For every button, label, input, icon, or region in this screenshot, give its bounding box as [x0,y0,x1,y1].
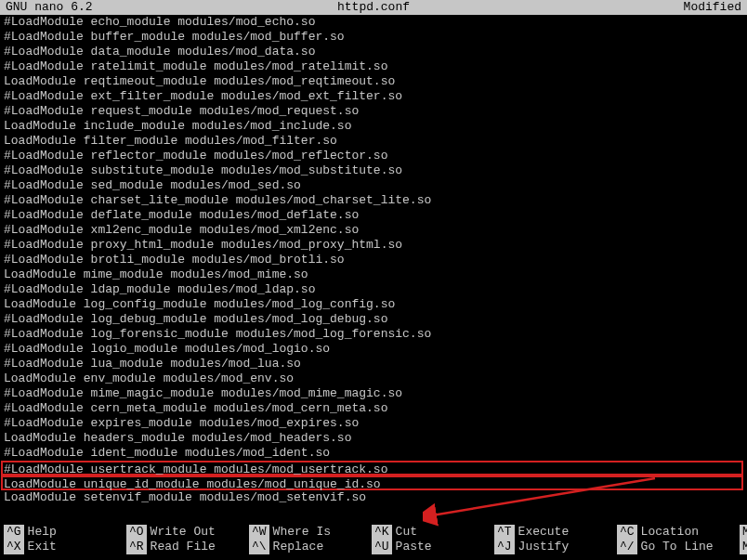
shortcut-key: ^K [372,525,392,540]
editor-line: #LoadModule proxy_html_module modules/mo… [4,238,743,253]
shortcut-item: ^CLocation [617,525,740,540]
editor-line: #LoadModule sed_module modules/mod_sed.s… [4,178,743,193]
editor-line: #LoadModule reflector_module modules/mod… [4,149,743,163]
shortcut-label: Write Out [147,525,216,540]
editor-line: LoadModule mime_module modules/mod_mime.… [4,267,743,282]
shortcut-item: M-UUndo [740,525,747,540]
shortcut-label: Location [637,525,699,540]
editor-line: #LoadModule xml2enc_module modules/mod_x… [4,223,743,238]
shortcut-key: ^T [494,525,515,540]
app-name: GNU nano 6.2 [6,0,93,15]
shortcut-key: ^X [4,540,24,554]
shortcut-label: Help [24,525,57,540]
editor-line: LoadModule log_config_module modules/mod… [4,297,743,312]
editor-line: LoadModule filter_module modules/mod_fil… [4,134,743,149]
shortcut-label: Execute [515,525,570,540]
editor-line: #LoadModule brotli_module modules/mod_br… [4,253,743,267]
shortcut-item: ^KCut [372,525,494,540]
editor-line: #LoadModule charset_lite_module modules/… [4,193,743,208]
editor-line: #LoadModule logio_module modules/mod_log… [4,342,743,357]
shortcut-item: ^\Replace [249,540,372,554]
editor-line: #LoadModule mime_magic_module modules/mo… [4,386,743,401]
modified-status: Modified [684,0,741,15]
editor-line: #LoadModule ext_filter_module modules/mo… [4,89,743,104]
shortcut-key: M-E [740,540,747,554]
shortcut-item: ^OWrite Out [126,525,249,540]
editor-line: #LoadModule deflate_module modules/mod_d… [4,208,743,223]
shortcut-key: ^U [372,540,392,554]
shortcut-key: ^O [126,525,147,540]
shortcut-label: Go To Line [637,540,714,554]
editor-line: #LoadModule buffer_module modules/mod_bu… [4,30,743,45]
editor-line: LoadModule env_module modules/mod_env.so [4,371,743,386]
editor-line: LoadModule reqtimeout_module modules/mod… [4,74,743,89]
shortcut-label: Where Is [269,525,331,540]
editor-line: #LoadModule ident_module modules/mod_ide… [4,446,743,461]
editor-line: #LoadModule echo_module modules/mod_echo… [4,15,743,30]
shortcut-label: Cut [392,525,417,540]
editor-line: #LoadModule cern_meta_module modules/mod… [4,401,743,416]
editor-line: #LoadModule substitute_module modules/mo… [4,163,743,178]
shortcut-key: ^/ [617,540,637,554]
editor-line: #LoadModule expires_module modules/mod_e… [4,416,743,431]
shortcut-key: ^W [249,525,269,540]
editor-line: #LoadModule log_debug_module modules/mod… [4,312,743,327]
shortcut-item: ^JJustify [494,540,617,554]
shortcut-label: Paste [392,540,432,554]
shortcut-key: ^\ [249,540,269,554]
editor-line: #LoadModule data_module modules/mod_data… [4,45,743,59]
shortcut-item: ^UPaste [372,540,494,554]
shortcut-label: Replace [269,540,324,554]
shortcut-label: Justify [515,540,570,554]
shortcut-label: Read File [147,540,216,554]
shortcut-item: ^TExecute [494,525,617,540]
editor-line: LoadModule include_module modules/mod_in… [4,119,743,134]
editor-line: #LoadModule usertrack_module modules/mod… [1,461,743,475]
shortcut-item: ^WWhere Is [249,525,372,540]
editor-line: LoadModule headers_module modules/mod_he… [4,431,743,446]
editor-line: LoadModule unique_id_module modules/mod_… [1,475,743,490]
editor-content[interactable]: #LoadModule echo_module modules/mod_echo… [0,15,747,505]
shortcut-key: ^R [126,540,147,554]
editor-line: LoadModule setenvif_module modules/mod_s… [4,490,743,505]
file-name: httpd.conf [0,0,747,15]
editor-line: #LoadModule request_module modules/mod_r… [4,104,743,119]
shortcut-key: ^J [494,540,515,554]
editor-line: #LoadModule ratelimit_module modules/mod… [4,59,743,74]
editor-line: #LoadModule ldap_module modules/mod_ldap… [4,282,743,297]
shortcut-key: ^G [4,525,24,540]
editor-line: #LoadModule log_forensic_module modules/… [4,327,743,342]
shortcut-bar: ^GHelp^OWrite Out^WWhere Is^KCut^TExecut… [0,525,747,554]
shortcut-item: ^GHelp [4,525,126,540]
shortcut-item: ^XExit [4,540,126,554]
shortcut-key: M-U [740,525,747,540]
title-bar: GNU nano 6.2 httpd.conf Modified [0,0,747,15]
shortcut-item: ^RRead File [126,540,249,554]
shortcut-item: ^/Go To Line [617,540,740,554]
shortcut-key: ^C [617,525,637,540]
editor-line: #LoadModule lua_module modules/mod_lua.s… [4,357,743,371]
shortcut-label: Exit [24,540,57,554]
shortcut-item: M-ERedo [740,540,747,554]
